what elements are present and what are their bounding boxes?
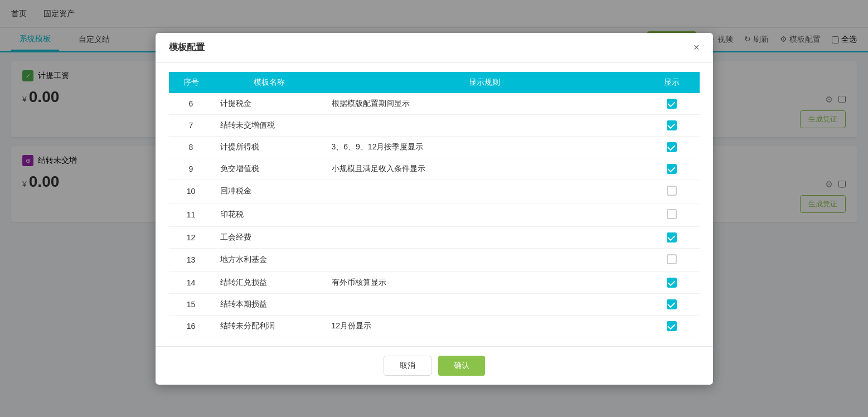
table-row: 7结转未交增值税: [169, 114, 700, 136]
cell-no: 11: [169, 203, 214, 226]
cell-rule: [325, 114, 644, 136]
table-row: 16结转未分配利润12月份显示: [169, 315, 700, 337]
cell-no: 13: [169, 248, 214, 271]
table-row: 11印花税: [169, 203, 700, 226]
cell-name: 结转未交增值税: [214, 114, 325, 136]
cell-rule: [325, 203, 644, 226]
cell-show: [644, 114, 700, 136]
cell-rule: [325, 226, 644, 248]
modal-header: 模板配置 ×: [156, 33, 713, 63]
show-checkbox[interactable]: [667, 299, 677, 309]
show-checkbox[interactable]: [667, 209, 677, 219]
cell-rule: 小规模且满足收入条件显示: [325, 158, 644, 180]
modal-body: 序号 模板名称 显示规则 显示 6计提税金根据模版配置期间显示7结转未交增值税8…: [156, 63, 713, 346]
cell-show: [644, 248, 700, 271]
cell-name: 地方水利基金: [214, 248, 325, 271]
col-header-no: 序号: [169, 72, 214, 93]
col-header-name: 模板名称: [214, 72, 325, 93]
cell-rule: 有外币核算显示: [325, 271, 644, 293]
show-checkbox[interactable]: [667, 164, 677, 174]
cell-name: 工会经费: [214, 226, 325, 248]
cell-show: [644, 203, 700, 226]
cell-show: [644, 136, 700, 158]
cell-show: [644, 226, 700, 248]
template-config-modal: 模板配置 × 序号 模板名称 显示规则 显示 6计提税金根据模版配置期间显示7结…: [156, 33, 713, 385]
show-checkbox[interactable]: [667, 120, 677, 130]
cell-rule: [325, 248, 644, 271]
cell-no: 16: [169, 315, 214, 337]
cell-rule: [325, 180, 644, 203]
show-checkbox[interactable]: [667, 232, 677, 243]
cell-rule: [325, 293, 644, 315]
cell-no: 12: [169, 226, 214, 248]
cell-name: 计提所得税: [214, 136, 325, 158]
col-header-rule: 显示规则: [325, 72, 644, 93]
cancel-button[interactable]: 取消: [384, 356, 431, 376]
table-row: 15结转本期损益: [169, 293, 700, 315]
cell-show: [644, 271, 700, 293]
config-table: 序号 模板名称 显示规则 显示 6计提税金根据模版配置期间显示7结转未交增值税8…: [169, 72, 700, 337]
show-checkbox[interactable]: [667, 278, 677, 288]
cell-show: [644, 293, 700, 315]
table-row: 9免交增值税小规模且满足收入条件显示: [169, 158, 700, 180]
cell-show: [644, 315, 700, 337]
cell-show: [644, 158, 700, 180]
cell-name: 印花税: [214, 203, 325, 226]
table-row: 10回冲税金: [169, 180, 700, 203]
show-checkbox[interactable]: [667, 142, 677, 152]
cell-rule: 12月份显示: [325, 315, 644, 337]
cell-name: 回冲税金: [214, 180, 325, 203]
cell-name: 结转汇兑损益: [214, 271, 325, 293]
table-header-row: 序号 模板名称 显示规则 显示: [169, 72, 700, 93]
cell-no: 9: [169, 158, 214, 180]
show-checkbox[interactable]: [667, 186, 677, 196]
cell-no: 8: [169, 136, 214, 158]
cell-name: 计提税金: [214, 93, 325, 115]
table-row: 14结转汇兑损益有外币核算显示: [169, 271, 700, 293]
cell-rule: 根据模版配置期间显示: [325, 93, 644, 115]
show-checkbox[interactable]: [667, 99, 677, 109]
cell-show: [644, 93, 700, 115]
table-row: 13地方水利基金: [169, 248, 700, 271]
cell-no: 15: [169, 293, 214, 315]
cell-rule: 3、6、9、12月按季度显示: [325, 136, 644, 158]
table-row: 8计提所得税3、6、9、12月按季度显示: [169, 136, 700, 158]
cell-name: 结转本期损益: [214, 293, 325, 315]
modal-overlay: 模板配置 × 序号 模板名称 显示规则 显示 6计提税金根据模版配置期间显示7结…: [0, 0, 868, 417]
cell-no: 6: [169, 93, 214, 115]
cell-no: 14: [169, 271, 214, 293]
show-checkbox[interactable]: [667, 321, 677, 331]
show-checkbox[interactable]: [667, 254, 677, 264]
modal-footer: 取消 确认: [156, 346, 713, 385]
table-row: 6计提税金根据模版配置期间显示: [169, 93, 700, 115]
cell-no: 7: [169, 114, 214, 136]
cell-no: 10: [169, 180, 214, 203]
table-row: 12工会经费: [169, 226, 700, 248]
cell-name: 结转未分配利润: [214, 315, 325, 337]
col-header-show: 显示: [644, 72, 700, 93]
cell-show: [644, 180, 700, 203]
confirm-button[interactable]: 确认: [438, 356, 485, 376]
modal-close-button[interactable]: ×: [694, 42, 700, 52]
cell-name: 免交增值税: [214, 158, 325, 180]
modal-title: 模板配置: [169, 42, 205, 54]
